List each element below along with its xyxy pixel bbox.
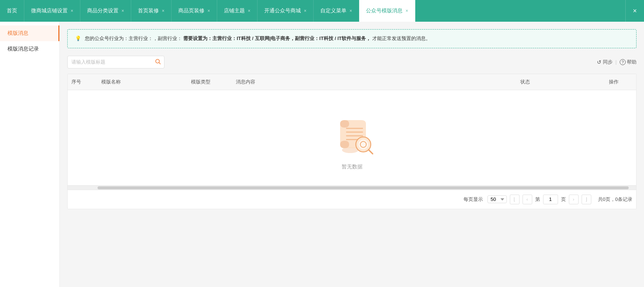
nav-tab-template-msg-close[interactable]: × — [406, 8, 408, 13]
nav-tab-home[interactable]: 首页 — [0, 0, 24, 22]
nav-tab-open-mall-close[interactable]: × — [304, 8, 306, 13]
sync-label: 同步 — [603, 59, 613, 65]
search-input-wrap — [67, 56, 164, 68]
svg-line-1 — [159, 62, 161, 64]
nav-tab-template-msg-label: 公众号模版消息 — [366, 7, 403, 14]
nav-tab-home-decor-close[interactable]: × — [162, 8, 164, 13]
nav-tab-home-label: 首页 — [7, 7, 17, 14]
first-page-button[interactable]: ⌊ — [510, 195, 520, 204]
horizontal-scrollbar[interactable] — [68, 185, 636, 190]
sidebar-item-template-msg[interactable]: 模版消息 — [0, 25, 59, 41]
last-page-button[interactable]: ⌋ — [582, 195, 591, 204]
search-input[interactable] — [67, 56, 164, 68]
table-wrap: 序号 模版名称 模版类型 消息内容 状态 操作 — [67, 74, 637, 209]
nav-tab-home-decor-label: 首页装修 — [138, 7, 159, 14]
nav-tab-category-label: 商品分类设置 — [87, 7, 118, 14]
layout: 模版消息 模版消息记录 💡 您的公众号行业为：主营行业：，副营行业： 需要设置为… — [0, 22, 644, 287]
help-icon: ? — [620, 59, 626, 65]
scrollbar-thumb[interactable] — [98, 186, 629, 189]
nav-tab-home-decor[interactable]: 首页装修 × — [131, 0, 172, 22]
nav-tab-product-decor[interactable]: 商品页装修 × — [172, 0, 217, 22]
notice-prefix: 您的公众号行业为：主营行业：，副营行业： — [85, 36, 182, 41]
nav-tab-template-msg[interactable]: 公众号模版消息 × — [359, 0, 415, 22]
nav-close-all-button[interactable]: × — [625, 0, 644, 22]
nav-tab-open-mall[interactable]: 开通公众号商城 × — [258, 0, 314, 22]
sidebar: 模版消息 模版消息记录 — [0, 22, 60, 287]
table-header: 序号 模版名称 模版类型 消息内容 状态 操作 — [68, 74, 636, 90]
nav-tab-product-decor-close[interactable]: × — [207, 8, 210, 13]
th-action: 操作 — [591, 74, 636, 90]
empty-state: 暂无数据 — [68, 90, 636, 185]
page-label: 第 — [535, 196, 540, 203]
pagination: 每页显示 10 20 50 100 ⌊ ‹ 第 页 › ⌋ 共0页，0条记录 — [68, 190, 636, 209]
nav-tab-category-close[interactable]: × — [121, 8, 124, 13]
sync-help-area: ↺ 同步 | ? 帮助 — [597, 59, 637, 65]
next-page-button[interactable]: › — [569, 195, 579, 204]
sidebar-item-template-msg-label: 模版消息 — [7, 30, 28, 36]
help-label: 帮助 — [627, 59, 637, 65]
nav-tab-category[interactable]: 商品分类设置 × — [80, 0, 131, 22]
toolbar-divider: | — [616, 59, 617, 65]
svg-point-8 — [358, 140, 368, 149]
nav-tab-store-theme-label: 店铺主题 — [224, 7, 245, 14]
page-size-label: 每页显示 — [463, 196, 483, 203]
notice-box: 💡 您的公众号行业为：主营行业：，副营行业： 需要设置为：主营行业：IT科技 /… — [67, 29, 637, 48]
main-content: 💡 您的公众号行业为：主营行业：，副营行业： 需要设置为：主营行业：IT科技 /… — [60, 22, 644, 287]
th-status: 状态 — [517, 74, 591, 90]
search-bar: ↺ 同步 | ? 帮助 — [67, 56, 637, 68]
nav-tab-custom-menu[interactable]: 自定义菜单 × — [314, 0, 359, 22]
refresh-icon: ↺ — [597, 59, 601, 65]
page-size-select[interactable]: 10 20 50 100 — [487, 195, 507, 203]
empty-text: 暂无数据 — [342, 164, 363, 170]
svg-line-9 — [369, 150, 373, 154]
search-button[interactable] — [155, 59, 161, 65]
page-suffix: 页 — [561, 196, 566, 203]
nav-tab-weshop-close[interactable]: × — [71, 8, 73, 13]
total-info: 共0页，0条记录 — [598, 196, 632, 203]
notice-icon: 💡 — [75, 36, 81, 41]
nav-tab-product-decor-label: 商品页装修 — [178, 7, 204, 14]
nav-tab-weshop-label: 微商城店铺设置 — [31, 7, 68, 14]
prev-page-button[interactable]: ‹ — [523, 195, 532, 204]
top-nav: 首页 微商城店铺设置 × 商品分类设置 × 首页装修 × 商品页装修 × 店铺主… — [0, 0, 644, 22]
th-content: 消息内容 — [232, 74, 517, 90]
empty-illustration — [330, 113, 375, 158]
notice-suffix: 才能正常发送预置的消息。 — [372, 36, 431, 41]
nav-tab-custom-menu-label: 自定义菜单 — [320, 7, 346, 14]
sync-button[interactable]: ↺ 同步 — [597, 59, 613, 65]
sidebar-item-template-msg-record[interactable]: 模版消息记录 — [0, 41, 59, 57]
nav-tab-open-mall-label: 开通公众号商城 — [264, 7, 301, 14]
close-all-icon: × — [633, 7, 637, 15]
nav-tab-store-theme[interactable]: 店铺主题 × — [217, 0, 258, 22]
page-number-input[interactable] — [543, 195, 558, 204]
th-type: 模版类型 — [187, 74, 232, 90]
notice-highlight: 需要设置为：主营行业：IT科技 / 互联网|电子商务，副营行业：IT科技 / I… — [183, 36, 371, 41]
nav-tab-weshop[interactable]: 微商城店铺设置 × — [24, 0, 80, 22]
help-button[interactable]: ? 帮助 — [620, 59, 637, 65]
search-icon — [155, 59, 161, 64]
th-seq: 序号 — [68, 74, 98, 90]
nav-tab-custom-menu-close[interactable]: × — [349, 8, 352, 13]
th-name: 模版名称 — [98, 74, 187, 90]
sidebar-item-template-msg-record-label: 模版消息记录 — [7, 46, 39, 52]
nav-tab-store-theme-close[interactable]: × — [248, 8, 250, 13]
